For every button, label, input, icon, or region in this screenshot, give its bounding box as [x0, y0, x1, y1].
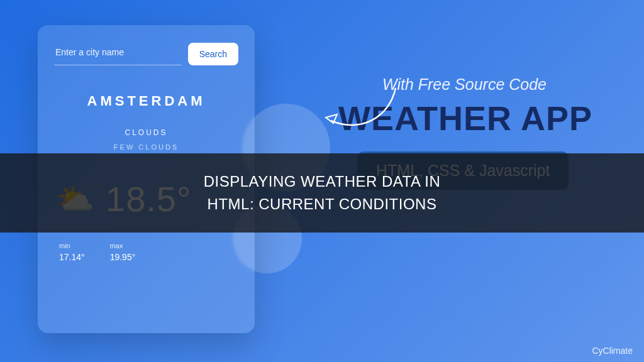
search-button[interactable]: Search — [188, 43, 238, 65]
condition-desc: FEW CLOUDS — [54, 143, 238, 151]
min-value: 17.14° — [59, 252, 85, 262]
search-row: Search — [54, 43, 238, 65]
city-name: AMSTERDAM — [54, 93, 238, 109]
condition-main: CLOUDS — [54, 128, 238, 137]
title-overlay: DISPLAYING WEATHER DATA IN HTML: CURRENT… — [0, 153, 644, 233]
max-col: max 19.95° — [110, 242, 136, 262]
curved-arrow-icon — [317, 83, 405, 155]
search-input[interactable] — [54, 43, 182, 65]
minmax-row: min 17.14° max 19.95° — [54, 242, 238, 262]
overlay-line2: HTML: CURRENT CONDITIONS — [208, 195, 437, 213]
min-label: min — [59, 242, 85, 250]
min-col: min 17.14° — [59, 242, 85, 262]
watermark: CyClimate — [592, 346, 633, 356]
promo-tagline: With Free Source Code — [382, 75, 623, 94]
max-label: max — [110, 242, 136, 250]
overlay-line1: DISPLAYING WEATHER DATA IN — [204, 173, 441, 190]
max-value: 19.95° — [110, 252, 136, 262]
